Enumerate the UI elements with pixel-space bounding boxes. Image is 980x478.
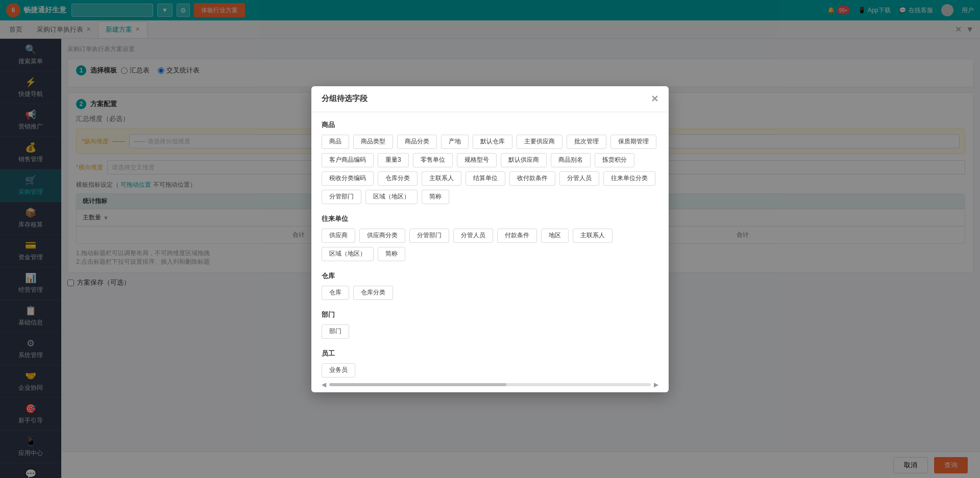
field-tag-region[interactable]: 区域（地区） [365,190,418,204]
modal-body[interactable]: 商品 商品 商品类型 商品分类 产地 默认仓库 主要供应商 批次管理 保质期管理… [311,112,669,381]
section-department: 部门 部门 [322,310,658,339]
field-tag-warehouse-cat[interactable]: 仓库分类 [378,171,418,186]
field-tag-main-contact[interactable]: 主联系人 [422,171,461,186]
field-tag-supplier-cat[interactable]: 供应商分类 [359,229,405,243]
modal-title: 分组待选字段 [322,94,368,104]
field-tag-spec[interactable]: 规格型号 [457,153,497,167]
field-tag-dept[interactable]: 分管部门 [322,190,361,204]
hscroll-left-arrow[interactable]: ◀ [322,381,326,388]
section-department-tags: 部门 [322,324,658,339]
field-tag-short-name[interactable]: 简称 [422,190,449,204]
section-employee: 员工 业务员 [322,349,658,378]
hscroll-right-arrow[interactable]: ▶ [654,381,658,388]
field-tag-manager[interactable]: 分管人员 [559,171,599,186]
field-tag-settlement-unit[interactable]: 结算单位 [465,171,505,186]
field-tag-tax-code[interactable]: 税收分类编码 [322,171,374,186]
field-tag-default-supplier[interactable]: 默认供应商 [501,153,547,167]
field-tag-partner-manager[interactable]: 分管人员 [453,229,493,243]
field-tag-partner-dept[interactable]: 分管部门 [409,229,449,243]
field-tag-payment-terms[interactable]: 收付款条件 [509,171,555,186]
field-tag-retail-unit[interactable]: 零售单位 [413,153,453,167]
modal: 分组待选字段 ✕ 商品 商品 商品类型 商品分类 产地 默认仓库 主要供应商 批… [311,86,669,392]
field-tag-supplier[interactable]: 供应商 [322,229,355,243]
section-partner-tags: 供应商 供应商分类 分管部门 分管人员 付款条件 地区 主联系人 区域（地区） … [322,229,658,261]
section-product-tags: 商品 商品类型 商品分类 产地 默认仓库 主要供应商 批次管理 保质期管理 客户… [322,135,658,204]
horizontal-scrollbar[interactable] [329,383,651,386]
section-warehouse: 仓库 仓库 仓库分类 [322,271,658,300]
field-tag-area[interactable]: 地区 [541,229,569,243]
field-tag-default-warehouse[interactable]: 默认仓库 [473,135,512,149]
field-tag-warehouse[interactable]: 仓库 [322,286,349,300]
hscroll-thumb [329,383,506,386]
section-employee-tags: 业务员 [322,363,658,378]
field-tag-warehouse-category[interactable]: 仓库分类 [353,286,393,300]
field-tag-partner-region[interactable]: 区域（地区） [322,247,374,261]
modal-header: 分组待选字段 ✕ [311,86,669,112]
section-product: 商品 商品 商品类型 商品分类 产地 默认仓库 主要供应商 批次管理 保质期管理… [322,120,658,204]
field-tag-product-category[interactable]: 商品分类 [397,135,437,149]
modal-close-button[interactable]: ✕ [651,93,658,105]
field-tag-origin[interactable]: 产地 [441,135,469,149]
section-department-title: 部门 [322,310,658,319]
modal-overlay: 分组待选字段 ✕ 商品 商品 商品类型 商品分类 产地 默认仓库 主要供应商 批… [0,0,980,478]
field-tag-product-alias[interactable]: 商品别名 [551,153,591,167]
section-partner-title: 往来单位 [322,214,658,223]
section-warehouse-title: 仓库 [322,271,658,281]
field-tag-weight[interactable]: 重量3 [378,153,409,167]
field-tag-pick-points[interactable]: 拣货积分 [595,153,634,167]
section-employee-title: 员工 [322,349,658,358]
field-tag-batch[interactable]: 批次管理 [567,135,606,149]
field-tag-partner-short[interactable]: 简称 [378,247,405,261]
field-tag-expiry[interactable]: 保质期管理 [610,135,656,149]
field-tag-payment-cond[interactable]: 付款条件 [497,229,537,243]
field-tag-department[interactable]: 部门 [322,324,349,339]
field-tag-main-supplier[interactable]: 主要供应商 [517,135,562,149]
section-warehouse-tags: 仓库 仓库分类 [322,286,658,300]
field-tag-product[interactable]: 商品 [322,135,349,149]
modal-hscroll-area: ◀ ▶ [311,381,669,392]
field-tag-salesman[interactable]: 业务员 [322,363,355,378]
section-product-title: 商品 [322,120,658,130]
section-partner: 往来单位 供应商 供应商分类 分管部门 分管人员 付款条件 地区 主联系人 区域… [322,214,658,261]
field-tag-partner-contact[interactable]: 主联系人 [573,229,612,243]
field-tag-product-type[interactable]: 商品类型 [353,135,393,149]
field-tag-partner-cat[interactable]: 往来单位分类 [603,171,655,186]
field-tag-customer-code[interactable]: 客户商品编码 [322,153,374,167]
